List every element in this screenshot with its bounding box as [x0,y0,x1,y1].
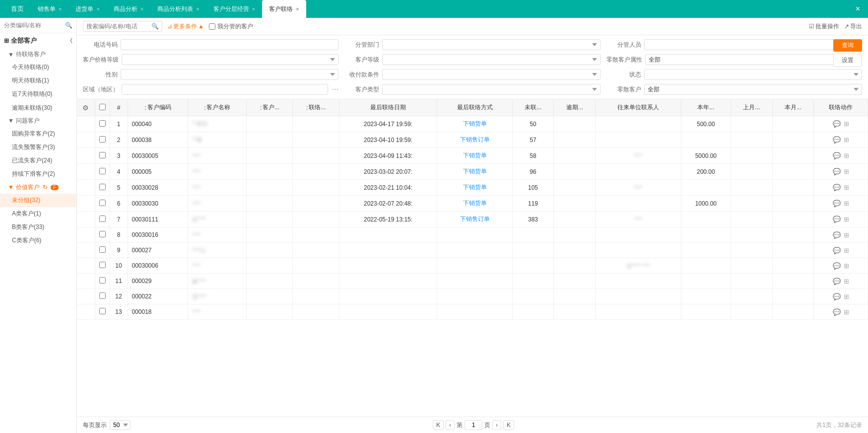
row-checkbox[interactable] [99,277,106,284]
region-more-btn[interactable]: ··· [332,85,338,94]
page-input[interactable] [465,420,482,430]
grid-action-icon[interactable]: ⊞ [844,216,849,223]
nav-tab-purchase[interactable]: 进货单 × [68,0,106,18]
close-icon[interactable]: × [96,6,99,12]
payment-select[interactable] [382,69,600,80]
manager-input[interactable] [644,39,852,50]
next-page-btn[interactable]: › [492,420,501,430]
message-icon[interactable]: 💬 [833,168,841,175]
message-icon[interactable]: 💬 [833,308,841,316]
close-icon[interactable]: × [252,6,255,12]
sidebar-item-today[interactable]: 今天待联络(0) [0,61,76,74]
message-icon[interactable]: 💬 [833,247,841,254]
search-input[interactable] [86,23,149,30]
row-checkbox[interactable] [99,292,106,299]
more-conditions-btn[interactable]: ⊿ 更多条件 ▲ [167,22,204,31]
grid-action-icon[interactable]: ⊞ [844,278,849,285]
close-icon[interactable]: × [59,6,62,12]
sidebar-item-lost[interactable]: 已流失客户(24) [0,154,76,167]
my-customers-checkbox-label[interactable]: 我分管的客户 [209,22,253,31]
row-checkbox[interactable] [99,216,106,222]
grid-action-icon[interactable]: ⊞ [844,152,849,159]
row-checkbox[interactable] [99,262,106,268]
grid-action-icon[interactable]: ⊞ [844,293,849,300]
last-page-btn[interactable]: K [503,420,514,430]
nav-tab-analysis[interactable]: 商品分析 × [107,0,150,18]
message-icon[interactable]: 💬 [833,216,841,223]
sidebar-item-group-c[interactable]: C类客户(6) [0,234,76,247]
select-all-checkbox[interactable] [99,104,106,110]
retail-customer-select[interactable]: 全部 [644,84,862,95]
gender-select[interactable] [121,69,338,80]
close-icon[interactable]: × [140,6,143,12]
all-customers-header[interactable]: ⊞ 全部客户 《 [0,33,76,48]
collapse-icon[interactable]: 《 [67,37,72,45]
grid-action-icon[interactable]: ⊞ [844,308,849,316]
per-page-select[interactable]: 50 [110,420,131,430]
my-customers-checkbox[interactable] [209,23,215,30]
message-icon[interactable]: 💬 [833,152,841,159]
message-icon[interactable]: 💬 [833,278,841,285]
message-icon[interactable]: 💬 [833,136,841,144]
search-icon[interactable]: 🔍 [151,23,159,30]
prev-page-btn[interactable]: ‹ [446,420,455,430]
contact-method-link[interactable]: 下销货单 [463,168,487,175]
row-checkbox[interactable] [99,136,106,143]
status-select[interactable] [644,69,862,80]
message-icon[interactable]: 💬 [833,293,841,300]
contact-method-link[interactable]: 下销货单 [463,200,487,207]
batch-ops-btn[interactable]: ☑ 批量操作 [809,22,839,31]
sidebar-item-churn-risk[interactable]: 流失预警客户(3) [0,141,76,154]
grid-action-icon[interactable]: ⊞ [844,247,849,254]
settings-icon[interactable]: ⚙ [82,104,89,112]
contact-method-link[interactable]: 下销货单 [463,120,487,127]
sidebar-item-overdue[interactable]: 逾期未联络(30) [0,101,76,115]
sidebar-item-abnormal[interactable]: 固购异常客户(2) [0,127,76,141]
message-icon[interactable]: 💬 [833,200,841,207]
grid-action-icon[interactable]: ⊞ [844,168,849,175]
sidebar-item-ungroup[interactable]: 未分组(32) [0,194,76,207]
row-checkbox[interactable] [99,308,106,314]
phone-input[interactable] [121,39,338,50]
price-level-select[interactable] [122,54,338,65]
sidebar-item-tomorrow[interactable]: 明天待联络(1) [0,74,76,87]
region-input[interactable] [122,84,328,95]
row-checkbox[interactable] [99,231,106,237]
close-icon[interactable]: × [296,6,299,12]
nav-tab-customer-contact[interactable]: 客户联络 × [262,0,306,18]
waiting-contact-group[interactable]: ▼ 待联络客户 [0,48,76,61]
customer-type-select[interactable] [382,84,600,95]
export-btn[interactable]: ↗ 导出 [844,22,862,31]
row-checkbox[interactable] [99,152,106,158]
value-customers-group[interactable]: ▼ 价值客户 ↻ F [0,181,76,194]
close-icon[interactable]: × [196,6,199,12]
grid-action-icon[interactable]: ⊞ [844,136,849,144]
category-search-input[interactable] [4,22,63,29]
contact-method-link[interactable]: 下销货单 [463,184,487,191]
grid-action-icon[interactable]: ⊞ [844,120,849,128]
contact-method-link[interactable]: 下销售订单 [460,136,490,143]
sidebar-item-group-a[interactable]: A类客户(1) [0,207,76,220]
query-button[interactable]: 查询 [833,39,862,52]
dept-select[interactable] [382,39,600,50]
row-checkbox[interactable] [99,184,106,190]
message-icon[interactable]: 💬 [833,231,841,239]
grid-action-icon[interactable]: ⊞ [844,184,849,191]
nav-tab-analysis-list[interactable]: 商品分析列表 × [150,0,206,18]
sidebar-item-group-b[interactable]: B类客户(33) [0,220,76,234]
close-window-icon[interactable]: × [852,4,864,13]
reset-button[interactable]: 设置 [833,54,862,67]
message-icon[interactable]: 💬 [833,184,841,191]
grid-action-icon[interactable]: ⊞ [844,200,849,207]
nav-home[interactable]: 首页 [4,0,31,18]
retail-attr-select[interactable]: 全部 [645,54,862,65]
grid-action-icon[interactable]: ⊞ [844,262,849,270]
row-checkbox[interactable] [99,200,106,206]
customer-level-select[interactable] [382,54,600,65]
contact-method-link[interactable]: 下销货单 [463,152,487,159]
message-icon[interactable]: 💬 [833,120,841,128]
problem-customers-group[interactable]: ▼ 问题客户 [0,115,76,127]
message-icon[interactable]: 💬 [833,262,841,270]
row-checkbox[interactable] [99,246,106,253]
nav-tab-customer-seg[interactable]: 客户分层经营 × [206,0,262,18]
